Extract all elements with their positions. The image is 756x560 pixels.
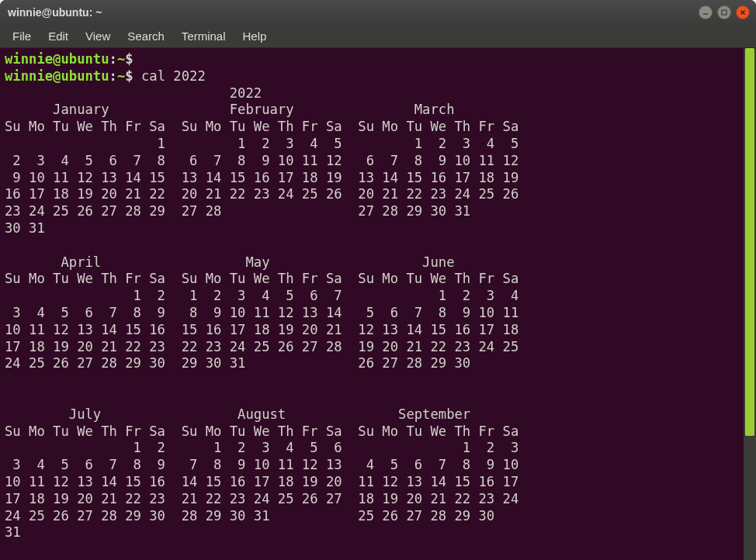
cal-row1-week2: 2 3 4 5 6 7 8 6 7 8 9 10 11 12 6 7 8 9 1…: [5, 153, 535, 168]
terminal-window: winnie@ubuntu: ~ File Edit View Search T…: [0, 0, 756, 560]
scrollbar-track[interactable]: [744, 48, 756, 560]
cal-row3-week2: 3 4 5 6 7 8 9 7 8 9 10 11 12 13 4 5 6 7 …: [5, 457, 535, 472]
cal-row2-week1: 1 2 1 2 3 4 5 6 7 1 2 3 4: [5, 288, 535, 303]
prompt-sep: :: [109, 51, 117, 67]
cal-row1-week6: 30 31: [5, 220, 535, 236]
cal-row3-week1: 1 2 1 2 3 4 5 6 1 2 3: [5, 440, 535, 455]
cal-row3-month-names: July August September: [5, 406, 535, 422]
prompt-dollar: $: [125, 51, 133, 67]
svg-rect-1: [722, 10, 727, 15]
cal-row1-week4: 16 17 18 19 20 21 22 20 21 22 23 24 25 2…: [5, 186, 535, 202]
menu-search[interactable]: Search: [120, 26, 172, 46]
close-icon: [739, 9, 747, 16]
cal-year-header: 2022: [5, 85, 262, 101]
minimize-icon: [702, 9, 709, 16]
cal-row3-day-headers: Su Mo Tu We Th Fr Sa Su Mo Tu We Th Fr S…: [5, 423, 535, 439]
cal-row2-month-names: April May June: [5, 254, 535, 270]
cal-row3-week6: 31: [5, 524, 535, 540]
maximize-icon: [720, 9, 728, 16]
cal-row1-day-headers: Su Mo Tu We Th Fr Sa Su Mo Tu We Th Fr S…: [5, 119, 535, 134]
cal-row2-week2: 3 4 5 6 7 8 9 8 9 10 11 12 13 14 5 6 7 8…: [5, 305, 535, 320]
cal-row3-week4: 17 18 19 20 21 22 23 21 22 23 24 25 26 2…: [5, 491, 535, 506]
prompt-path: ~: [117, 51, 125, 67]
prompt-user-host: winnie@ubuntu: [5, 68, 109, 84]
prompt-sep: :: [109, 68, 117, 84]
window-controls: [699, 5, 750, 19]
menu-view[interactable]: View: [78, 26, 118, 46]
cal-row2-week4: 17 18 19 20 21 22 23 22 23 24 25 26 27 2…: [5, 339, 535, 354]
terminal-output[interactable]: winnie@ubuntu:~$ winnie@ubuntu:~$ cal 20…: [0, 48, 744, 560]
cal-row3-week5: 24 25 26 27 28 29 30 28 29 30 31 25 26 2…: [5, 508, 535, 524]
menu-file[interactable]: File: [5, 26, 39, 46]
terminal-wrap: winnie@ubuntu:~$ winnie@ubuntu:~$ cal 20…: [0, 48, 756, 560]
menu-terminal[interactable]: Terminal: [174, 26, 234, 46]
minimize-button[interactable]: [699, 5, 713, 19]
cal-row2-week5: 24 25 26 27 28 29 30 29 30 31 26 27 28 2…: [5, 355, 535, 371]
maximize-button[interactable]: [717, 5, 731, 19]
cal-row1-week5: 23 24 25 26 27 28 29 27 28 27 28 29 30 3…: [5, 203, 535, 219]
command-cal: cal 2022: [141, 68, 206, 84]
cal-row2-day-headers: Su Mo Tu We Th Fr Sa Su Mo Tu We Th Fr S…: [5, 271, 535, 286]
cal-row2-week6: [5, 372, 535, 388]
menu-help[interactable]: Help: [235, 26, 275, 46]
menu-edit[interactable]: Edit: [40, 26, 76, 46]
cal-row2-week3: 10 11 12 13 14 15 16 15 16 17 18 19 20 2…: [5, 322, 535, 337]
titlebar[interactable]: winnie@ubuntu: ~: [0, 0, 756, 25]
prompt-path: ~: [117, 68, 125, 84]
prompt-user-host: winnie@ubuntu: [5, 51, 109, 67]
cal-row3-week3: 10 11 12 13 14 15 16 14 15 16 17 18 19 2…: [5, 474, 535, 489]
scrollbar-thumb[interactable]: [745, 48, 754, 436]
cal-row1-week1: 1 1 2 3 4 5 1 2 3 4 5: [5, 136, 535, 151]
cal-row1-week3: 9 10 11 12 13 14 15 13 14 15 16 17 18 19…: [5, 170, 535, 185]
menubar: File Edit View Search Terminal Help: [0, 25, 756, 48]
window-title: winnie@ubuntu: ~: [8, 6, 102, 19]
close-button[interactable]: [736, 5, 750, 19]
prompt-dollar: $: [125, 68, 133, 84]
cal-row1-month-names: January February March: [5, 102, 535, 117]
